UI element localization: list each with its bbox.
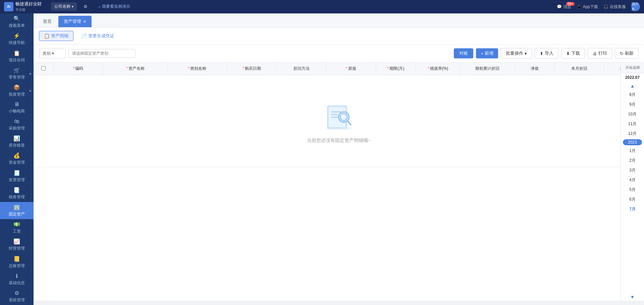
category-filter[interactable]: 类别 ▾	[39, 49, 66, 58]
th-name: 资产名称	[103, 62, 167, 75]
sub-tab-bar: 📋 资产明细 📄 变更生成凭证	[34, 28, 644, 45]
th-accum: 期初累计折旧	[460, 62, 515, 75]
sidebar-item-search[interactable]: 🔍 搜索菜单	[0, 13, 34, 31]
toolbar: 类别 ▾ 对账 + 新增 批量操作 ▾ ⬆	[34, 45, 644, 62]
th-category: 类别名称	[167, 62, 227, 75]
th-net: 净值	[515, 62, 554, 75]
settings-button[interactable]: ⚙	[81, 2, 90, 11]
month-item-7[interactable]: 7月	[621, 204, 644, 214]
app-download-button[interactable]: 📱 App下载	[577, 4, 598, 10]
company-selector[interactable]: 公司名称 ▾	[51, 2, 77, 11]
sidebar-item-project[interactable]: 📋 项目合同	[0, 48, 34, 65]
sidebar-item-salary[interactable]: 💵 工资	[0, 219, 34, 236]
sidebar-item-finance[interactable]: 💰 资金管理	[0, 150, 34, 167]
sidebar-item-label: 搜索菜单	[9, 23, 25, 29]
app-download-label: App下载	[583, 4, 598, 10]
sidebar-item-label: 小畅电商	[9, 108, 25, 114]
app-logo: Ai 畅捷通好业财 专业版	[4, 1, 42, 12]
category-search-input[interactable]	[68, 49, 136, 58]
sidebar-item-operations[interactable]: 📈 经营管理	[0, 236, 34, 253]
batch-button-label: 批量操作	[506, 50, 523, 56]
sub-tab-asset-detail-label: 资产明细	[51, 33, 68, 39]
sidebar-item-label: 快捷导航	[9, 40, 25, 46]
month-item-2[interactable]: 2月	[621, 156, 644, 165]
sidebar-item-invoice[interactable]: 🧾 发票管理	[0, 167, 34, 185]
reconcile-button[interactable]: 对账	[454, 48, 473, 58]
month-item-8[interactable]: 8月	[621, 90, 644, 100]
sidebar-item-label: 采购管理	[9, 125, 25, 131]
sidebar-item-quicknav[interactable]: ⚡ 快捷导航	[0, 31, 34, 48]
sub-tab-asset-detail[interactable]: 📋 资产明细	[39, 31, 73, 41]
sidebar-item-wholesale[interactable]: 📦 批发管理	[0, 82, 34, 99]
month-item-1[interactable]: 1月	[621, 146, 644, 156]
wholesale-icon: 📦	[13, 84, 20, 91]
project-icon: 📋	[13, 50, 20, 56]
current-year-display: 2022.07	[621, 73, 644, 82]
svg-point-9	[341, 114, 343, 116]
search-icon: 🔍	[13, 15, 20, 22]
refresh-button[interactable]: ↻ 刷新	[615, 48, 639, 59]
plus-icon: +	[481, 51, 483, 56]
tab-asset-management[interactable]: 资产管理 ✕	[58, 16, 92, 27]
empty-state-cell: 当前您还没有固定资产明细哦~	[34, 75, 644, 167]
demo-label: 我要看实例演示	[102, 4, 130, 9]
download-button[interactable]: ⬇ 下载	[561, 48, 585, 59]
sidebar-item-label: 总账管理	[9, 263, 25, 269]
add-button[interactable]: + 新增	[476, 48, 498, 58]
table-container: 编码 资产名称 类别名称 购买日期 折旧方法 原值 期限(月) 残值率(%) 期…	[34, 62, 644, 301]
select-all-checkbox[interactable]	[41, 66, 46, 70]
quicknav-icon: ⚡	[13, 33, 20, 39]
import-button[interactable]: ⬆ 导入	[535, 48, 558, 59]
app-subtitle: 专业版	[15, 8, 25, 11]
print-button[interactable]: 🖨 打印	[588, 48, 612, 59]
th-period: 期限(月)	[376, 62, 416, 75]
main-layout: 🔍 搜索菜单 ⚡ 快捷导航 📋 项目合同 🛒 零售管理 📦 批发管理 🖥 小畅电…	[0, 13, 644, 305]
month-item-5[interactable]: 5月	[621, 185, 644, 195]
sidebar-item-retail[interactable]: 🛒 零售管理	[0, 65, 34, 82]
message-icon: 💬	[557, 4, 562, 9]
sidebar-item-purchase[interactable]: 🛍 采购管理	[0, 116, 34, 134]
sidebar-item-tax[interactable]: 📑 税务管理	[0, 185, 34, 202]
sidebar-item-label: 税务管理	[9, 194, 25, 200]
batch-button[interactable]: 批量操作 ▾	[501, 48, 532, 59]
batch-arrow-icon: ▾	[525, 51, 527, 56]
month-panel-header: 月份选择	[621, 62, 644, 73]
sidebar-item-ecommerce[interactable]: 🖥 小畅电商	[0, 99, 34, 116]
tab-close-icon[interactable]: ✕	[83, 19, 86, 24]
month-item-11[interactable]: 11月	[621, 119, 644, 129]
sidebar-item-inventory[interactable]: 📊 库存核算	[0, 133, 34, 150]
toolbar-right: 对账 + 新增 批量操作 ▾ ⬆ 导入 ⬇ 下载	[454, 48, 639, 59]
tab-home[interactable]: 首页	[38, 16, 57, 27]
sidebar-item-fixedasset[interactable]: 🏢 固定资产	[0, 202, 34, 219]
sidebar-item-label: 工资	[13, 228, 21, 234]
month-nav-up[interactable]: ▲	[621, 82, 644, 90]
sub-tab-voucher[interactable]: 📄 变更生成凭证	[76, 31, 119, 41]
sidebar-item-label: 资金管理	[9, 160, 25, 165]
month-item-3[interactable]: 3月	[621, 165, 644, 175]
sidebar-item-basicinfo[interactable]: ℹ 基础信息	[0, 271, 34, 288]
import-label: 导入	[545, 50, 553, 56]
month-item-9[interactable]: 9月	[621, 100, 644, 109]
th-checkbox	[34, 62, 53, 75]
month-nav-down[interactable]: ▼	[621, 293, 644, 301]
month-item-10[interactable]: 10月	[621, 109, 644, 119]
month-item-4[interactable]: 4月	[621, 175, 644, 185]
customer-service-label: 在线客服	[610, 4, 626, 10]
user-name: 用户名	[631, 2, 640, 12]
demo-icon: ○	[98, 4, 101, 9]
demo-link[interactable]: ○ 我要看实例演示	[98, 4, 130, 9]
message-button[interactable]: 💬 消息 99+	[557, 4, 571, 10]
user-avatar[interactable]: 用户名	[631, 2, 640, 11]
sidebar-item-system[interactable]: ⚙ 系统管理	[0, 288, 34, 305]
th-value: 原值	[326, 62, 376, 75]
empty-state: 当前您还没有固定资产明细哦~	[36, 79, 641, 164]
ecommerce-icon: 🖥	[14, 101, 19, 107]
inventory-icon: 📊	[13, 135, 20, 142]
month-item-12[interactable]: 12月	[621, 129, 644, 139]
month-item-6[interactable]: 6月	[621, 195, 644, 204]
horizontal-scroll[interactable]	[34, 301, 644, 305]
sidebar-item-ledger[interactable]: 📒 总账管理	[0, 253, 34, 270]
th-rate: 残值率(%)	[416, 62, 460, 75]
asset-table: 编码 资产名称 类别名称 购买日期 折旧方法 原值 期限(月) 残值率(%) 期…	[34, 62, 644, 167]
customer-service-button[interactable]: 🎧 在线客服	[603, 4, 626, 10]
